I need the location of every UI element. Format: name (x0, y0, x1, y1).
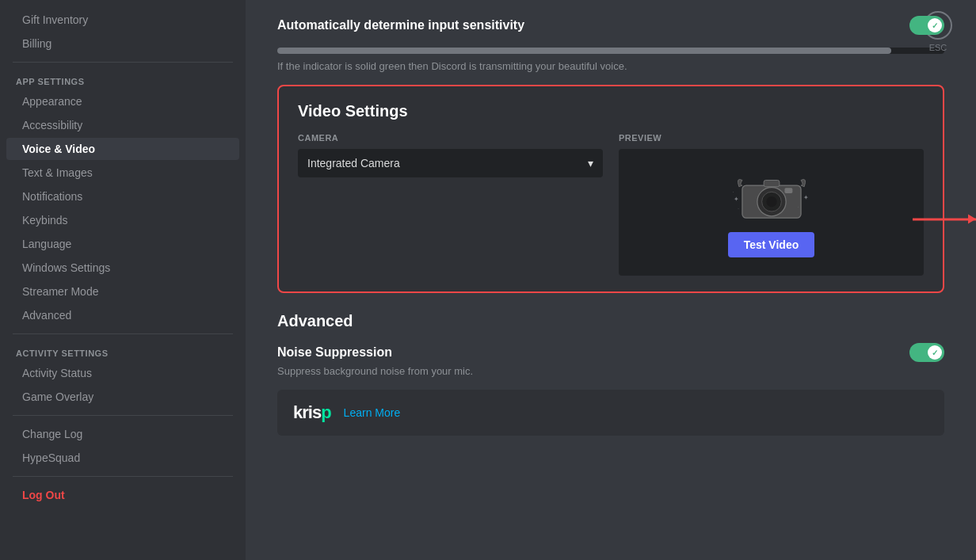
learn-more-link[interactable]: Learn More (344, 406, 401, 419)
sidebar-item-appearance[interactable]: Appearance (6, 90, 239, 112)
preview-label: PREVIEW (619, 133, 924, 143)
top-section: Automatically determine input sensitivit… (277, 16, 944, 72)
svg-rect-4 (764, 180, 780, 186)
arrow-indicator (913, 219, 976, 221)
sidebar-item-hypesquad[interactable]: HypeSquad (6, 447, 239, 469)
sidebar: Gift Inventory Billing App Settings Appe… (0, 0, 246, 560)
svg-text:·: · (738, 206, 739, 211)
sidebar-item-accessibility[interactable]: Accessibility (6, 114, 239, 136)
sidebar-item-language[interactable]: Language (6, 233, 239, 255)
camera-select-wrapper: Integrated Camera External Camera None ▾ (298, 149, 603, 177)
advanced-title: Advanced (277, 312, 944, 330)
video-settings-title: Video Settings (298, 102, 924, 120)
sidebar-item-activity-status[interactable]: Activity Status (6, 362, 239, 384)
sidebar-divider-2 (13, 333, 233, 334)
video-settings-box: Video Settings CAMERA Integrated Camera … (277, 85, 944, 293)
esc-label: ESC (929, 43, 947, 52)
sidebar-divider-3 (13, 415, 233, 416)
sidebar-item-keybinds[interactable]: Keybinds (6, 209, 239, 231)
noise-suppression-label: Noise Suppression (277, 345, 392, 360)
noise-suppression-toggle[interactable]: ✓ (909, 343, 944, 362)
auto-detect-toggle[interactable]: ✓ (909, 16, 944, 35)
camera-label: CAMERA (298, 133, 603, 143)
main-content: ✕ ESC Automatically determine input sens… (246, 0, 976, 560)
camera-illustration: ✦ · · ✦ · (732, 167, 811, 223)
activity-settings-label: Activity Settings (0, 341, 246, 361)
camera-select[interactable]: Integrated Camera External Camera None (298, 149, 603, 177)
sensitivity-fill (277, 48, 891, 54)
info-text: If the indicator is solid green then Dis… (277, 60, 944, 72)
app-settings-label: App Settings (0, 69, 246, 90)
check-icon: ✓ (932, 21, 938, 30)
noise-suppression-description: Suppress background noise from your mic. (277, 365, 944, 377)
krisp-logo: krisp (293, 402, 331, 423)
camera-section: CAMERA Integrated Camera External Camera… (298, 133, 603, 276)
sidebar-item-voice-video[interactable]: Voice & Video (6, 138, 239, 160)
sidebar-item-notifications[interactable]: Notifications (6, 185, 239, 208)
svg-point-3 (766, 196, 776, 207)
sidebar-item-advanced[interactable]: Advanced (6, 304, 239, 326)
toggle-knob-2: ✓ (928, 345, 942, 360)
test-video-button[interactable]: Test Video (728, 232, 815, 257)
sidebar-item-gift-inventory[interactable]: Gift Inventory (6, 9, 239, 31)
auto-detect-label: Automatically determine input sensitivit… (277, 18, 524, 32)
sidebar-item-streamer-mode[interactable]: Streamer Mode (6, 280, 239, 303)
svg-text:·: · (732, 189, 734, 194)
preview-box: ✦ · · ✦ · Test Video (619, 149, 924, 276)
krisp-box: krisp Learn More (277, 390, 944, 436)
sidebar-divider-4 (13, 476, 233, 477)
svg-text:✦: ✦ (803, 194, 808, 201)
svg-rect-5 (784, 188, 792, 193)
advanced-section: Advanced Noise Suppression ✓ Suppress ba… (277, 312, 944, 436)
sidebar-item-windows-settings[interactable]: Windows Settings (6, 257, 239, 279)
sidebar-item-billing[interactable]: Billing (6, 32, 239, 55)
sidebar-item-game-overlay[interactable]: Game Overlay (6, 386, 239, 408)
camera-preview-row: CAMERA Integrated Camera External Camera… (298, 133, 924, 276)
sensitivity-bar (277, 48, 944, 54)
check-icon-2: ✓ (932, 349, 938, 357)
sidebar-item-change-log[interactable]: Change Log (6, 423, 239, 445)
sidebar-item-text-images[interactable]: Text & Images (6, 162, 239, 184)
sidebar-item-logout[interactable]: Log Out (6, 484, 239, 506)
noise-suppression-row: Noise Suppression ✓ (277, 343, 944, 362)
auto-detect-row: Automatically determine input sensitivit… (277, 16, 944, 41)
preview-section: PREVIEW (619, 133, 924, 276)
svg-text:✦: ✦ (734, 196, 739, 203)
toggle-knob: ✓ (928, 18, 942, 32)
sidebar-divider-1 (13, 62, 233, 63)
